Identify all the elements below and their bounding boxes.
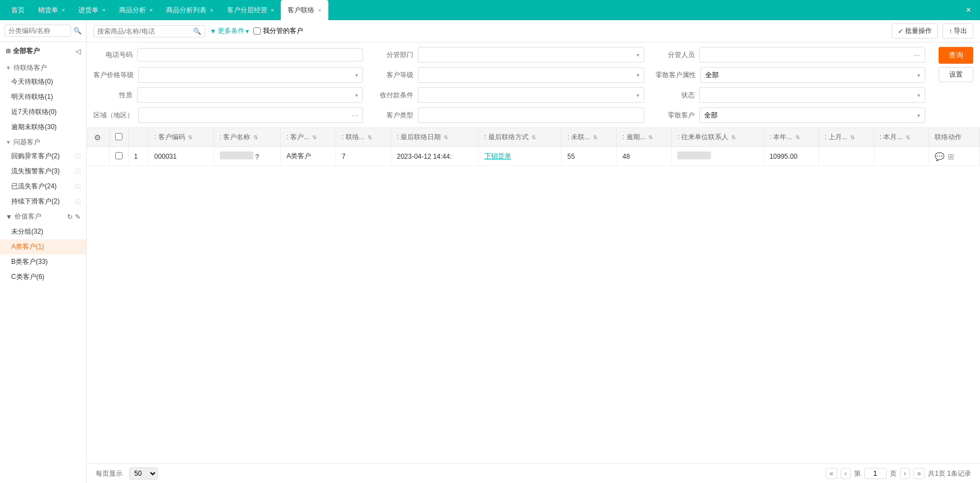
phone-input[interactable] [137,48,363,61]
row-checkbox-cell [109,147,128,166]
next-page-btn[interactable]: › [900,468,910,479]
top-nav: 首页 销货单 × 进货单 × 商品分析 × 商品分析列表 × 客户分层经营 × … [0,0,980,20]
sidebar-item-repurchase[interactable]: 回购异常客户(2) ⓘ [0,149,86,164]
filter-retail-attr: 零散客户属性 全部 ▾ [656,67,925,83]
sidebar-item-tomorrow[interactable]: 明天待联络(1) [0,89,86,105]
bottom-bar: 每页显示 50 100 200 « ‹ 第 页 › » 共1页 1条记录 [87,463,980,483]
my-customers-checkbox-label[interactable]: 我分管的客户 [253,26,303,36]
more-dots-icon[interactable]: ··· [913,50,920,59]
customer-level-select[interactable]: ▾ [418,67,644,83]
sidebar-item-overdue[interactable]: 逾期未联络(30) [0,120,86,135]
page-input[interactable] [864,468,887,479]
close-all-tabs[interactable]: × [962,5,976,15]
contact-icon-btn[interactable]: 💬 [935,152,944,161]
close-customer-contact[interactable]: × [318,7,321,13]
chevron-down-icon6: ▾ [355,92,358,98]
sort-icon-date[interactable]: ⇅ [444,134,448,140]
batch-op-button[interactable]: ✓ 批量操作 [892,23,938,39]
my-customers-checkbox[interactable] [253,27,261,35]
sort-icon-lastmonth[interactable]: ⇅ [850,134,855,140]
col-index [128,128,148,147]
filter-row-2: 客户价格等级 ▾ 客户等级 ▾ [93,67,925,83]
filter-more-conditions[interactable]: ▼ 更多条件 ▾ [210,26,249,36]
collapse-icon[interactable]: ◁ [76,48,81,55]
info-icon2: ⓘ [75,168,81,176]
nav-home[interactable]: 首页 [4,0,31,20]
nav-purchase-order[interactable]: 进货单 × [72,0,112,20]
query-button[interactable]: 查询 [939,47,973,64]
sidebar-item-churned[interactable]: 已流失客户(24) ⓘ [0,179,86,194]
edit-icon[interactable]: ✎ [75,213,81,221]
sidebar-item-class-a[interactable]: A类客户(1) [0,239,86,254]
table-settings-icon[interactable]: ⚙ [94,133,101,142]
manager-select[interactable]: ··· [699,47,925,63]
select-all-checkbox[interactable] [115,133,123,140]
sidebar-item-unclassified[interactable]: 未分组(32) [0,224,86,239]
col-action: 联络动作 [929,128,980,147]
col-code: : 客户编码 ⇅ [148,128,214,147]
sidebar-search-icon[interactable]: 🔍 [73,27,82,35]
region-select[interactable]: ··· [138,107,363,123]
chevron-down-icon8: ▾ [917,92,920,98]
sort-icon-thismonth[interactable]: ⇅ [906,134,910,140]
close-purchase-order[interactable]: × [102,7,105,13]
sidebar-item-churn-warning[interactable]: 流失预警客户(3) ⓘ [0,164,86,179]
close-customer-tier[interactable]: × [271,7,274,13]
settings-button[interactable]: 设置 [939,67,973,82]
nav-customer-tier[interactable]: 客户分层经营 × [220,0,281,20]
sidebar-item-declining[interactable]: 持续下滑客户(2) ⓘ [0,194,86,209]
price-tier-select[interactable]: ▾ [138,67,363,83]
close-sales-order[interactable]: × [62,7,65,13]
filter-search-input[interactable] [97,27,191,35]
filter-price-tier: 客户价格等级 ▾ [93,67,363,83]
filter-search-icon[interactable]: 🔍 [193,27,201,35]
export-button[interactable]: ↑ 导出 [943,23,973,39]
page-size-select[interactable]: 50 100 200 [129,467,158,480]
prev-page-btn[interactable]: ‹ [841,468,851,479]
close-product-analysis[interactable]: × [149,7,153,13]
last-page-btn[interactable]: » [913,468,925,479]
close-product-analysis-list[interactable]: × [210,7,213,13]
dept-select[interactable]: ▾ [418,47,644,63]
sort-icon-name[interactable]: ⇅ [253,134,258,140]
sort-icon-year[interactable]: ⇅ [795,134,800,140]
sort-icon-nocontact[interactable]: ⇅ [593,134,597,140]
sort-icon-contact[interactable]: ⇅ [368,134,372,140]
retail-attr-select[interactable]: 全部 ▾ [700,67,925,83]
sidebar-item-today[interactable]: 今天待联络(0) [0,74,86,89]
advanced-filter: 电话号码 分管部门 ▾ 分管人员 [87,42,980,128]
sidebar-all-customers[interactable]: ⊞ 全部客户 ◁ [0,42,86,60]
payment-select[interactable]: ▾ [418,87,644,103]
sort-icon-prev[interactable]: ⇅ [731,134,736,140]
nav-product-analysis-list[interactable]: 商品分析列表 × [159,0,220,20]
sort-icon-code[interactable]: ⇅ [188,134,192,140]
status-select[interactable]: ▾ [699,87,925,103]
refresh-icon[interactable]: ↻ [67,213,73,221]
qr-icon-btn[interactable]: ⊞ [948,152,954,161]
nav-product-analysis[interactable]: 商品分析 × [112,0,159,20]
filter-manager: 分管人员 ··· [656,47,925,63]
row-checkbox[interactable] [115,152,123,159]
sort-icon-overdue[interactable]: ⇅ [648,134,653,140]
customer-type-select[interactable] [418,107,644,123]
filter-customer-level: 客户等级 ▾ [374,67,644,83]
nav-customer-contact[interactable]: 客户联络 × [281,0,328,20]
sidebar-item-class-c[interactable]: C类客户(6) [0,269,86,285]
batch-icon: ✓ [898,27,903,35]
sidebar-item-7days[interactable]: 近7天待联络(0) [0,105,86,120]
nature-select[interactable]: ▾ [137,87,363,103]
sidebar-search-input[interactable] [4,25,71,37]
page-size-label: 每页显示 [96,469,123,479]
sidebar-group-problem[interactable]: ▼ 问题客户 [0,135,86,149]
sidebar-item-class-b[interactable]: B类客户(33) [0,254,86,269]
more-dots-icon2[interactable]: ··· [352,111,359,120]
row-type-cell: A类客户 [281,147,336,166]
first-page-btn[interactable]: « [826,468,837,479]
retail-customer-select[interactable]: 全部 ▾ [699,107,925,123]
sort-icon-method[interactable]: ⇅ [531,134,536,140]
nav-sales-order[interactable]: 销货单 × [31,0,72,20]
sidebar-group-value[interactable]: ▼ 价值客户 ↻ ✎ [0,209,86,224]
sidebar-group-pending[interactable]: ▼ 待联络客户 [0,60,86,74]
contact-method-link[interactable]: 下销货单 [484,152,511,160]
sort-icon-type[interactable]: ⇅ [312,134,317,140]
